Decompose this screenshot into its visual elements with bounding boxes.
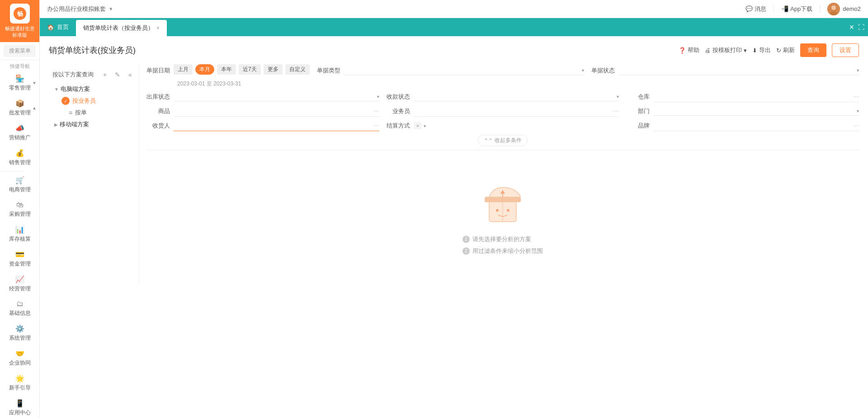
tree-mobile-label: 移动端方案 <box>60 120 89 128</box>
goods-input[interactable] <box>174 106 379 117</box>
sidebar-nav-link[interactable]: 快捷导航 <box>6 60 33 71</box>
date-btn-last-month[interactable]: 上月 <box>174 64 193 75</box>
header-divider1 <box>774 5 774 13</box>
sidebar-item-finance[interactable]: 💳 资金管理 <box>0 247 39 271</box>
expand-icon2: ▲ <box>32 105 37 110</box>
doc-type-control: ▾ <box>344 66 585 75</box>
sidebar-item-ecommerce[interactable]: 🛒 电商管理 <box>0 172 39 197</box>
sidebar-item-basic[interactable]: 🗂 基础信息 <box>0 296 39 321</box>
date-btn-this-year[interactable]: 本年 <box>217 64 236 75</box>
dept-select[interactable]: ▾ <box>653 107 859 116</box>
page-title: 销货单统计表(按业务员) <box>49 45 136 56</box>
brand-dots[interactable]: ··· <box>853 122 859 130</box>
receiver-dots[interactable]: ··· <box>373 122 379 130</box>
salesperson-dots[interactable]: ··· <box>613 107 619 115</box>
add-scheme-icon[interactable]: + <box>100 70 110 80</box>
goods-dots[interactable]: ··· <box>373 107 379 115</box>
message-action[interactable]: 💬 消息 <box>745 5 766 13</box>
app-download-action[interactable]: 📲 App下载 <box>781 5 812 13</box>
date-btn-7days[interactable]: 近7天 <box>239 64 261 75</box>
warehouse-input[interactable] <box>653 91 859 102</box>
sidebar-item-cooperation[interactable]: 🤝 企业协同 <box>0 346 39 370</box>
query-button[interactable]: 查询 <box>800 43 826 57</box>
step2-label: 用过滤条件来缩小分析范围 <box>472 245 543 257</box>
date-filter: 单据日期 上月 本月 本年 近7天 更多 自定义 <box>146 64 310 76</box>
sidebar-item-purchase[interactable]: 🛍 采购管理 <box>0 197 39 222</box>
collapse-panel-icon[interactable]: « <box>125 70 135 80</box>
salesperson-input[interactable] <box>414 106 619 117</box>
tree-child-salesperson[interactable]: ✓ 按业务员 <box>49 95 139 107</box>
settlement-arrow: ▾ <box>424 124 426 128</box>
collapse-icon: ⌃⌃ <box>484 138 493 144</box>
goods-label: 商品 <box>146 107 170 115</box>
brand-input[interactable] <box>653 120 859 131</box>
sidebar-item-system[interactable]: ⚙️ 系统管理 <box>0 321 39 346</box>
payment-status-filter: 收款状态 ▾ <box>387 92 619 101</box>
tree-child-label: 按业务员 <box>72 97 96 105</box>
sidebar-item-wholesale[interactable]: 📦 批发管理 ▲ <box>0 95 39 120</box>
user-area[interactable]: demo2 <box>827 3 861 15</box>
settlement-filter: 结算方式 × ▾ <box>387 122 619 130</box>
settlement-control: × ▾ <box>414 122 619 129</box>
settlement-tag-x[interactable]: × <box>416 123 419 128</box>
date-btn-custom[interactable]: 自定义 <box>285 64 310 75</box>
settings-button[interactable]: 设置 <box>832 43 859 57</box>
header-dropdown-icon[interactable]: ▾ <box>109 5 113 12</box>
stock-status-filter: 出库状态 ▾ <box>146 92 379 101</box>
tree-mobile[interactable]: ▶ 移动端方案 <box>49 119 139 130</box>
sidebar-item-marketing[interactable]: 📣 营销推广 <box>0 120 39 145</box>
wholesale-icon: 📦 <box>15 99 24 108</box>
sidebar-item-newbie[interactable]: 🌟 新手引导 <box>0 370 39 395</box>
payment-status-select[interactable]: ▾ <box>414 92 619 101</box>
doc-status-select[interactable]: ▾ <box>618 66 859 75</box>
export-label: 导出 <box>759 46 771 54</box>
message-icon: 💬 <box>745 5 753 12</box>
tab-home[interactable]: 🏠 首页 <box>40 18 76 36</box>
edit-scheme-icon[interactable]: ✎ <box>113 70 123 80</box>
template-print-button[interactable]: 🖨 按模板打印 ▾ <box>705 46 747 54</box>
empty-text: 1 请先选择要分析的方案 2 用过滤条件来缩小分析范围 <box>462 233 543 257</box>
tree-desktop[interactable]: ▼ 电脑端方案 <box>49 83 139 95</box>
tab-close-icon[interactable]: × <box>156 25 160 31</box>
warehouse-dots[interactable]: ··· <box>853 93 859 101</box>
doc-type-select[interactable]: ▾ <box>344 66 585 75</box>
tab-bar-actions: ✕ ⛶ <box>849 24 868 31</box>
tab-close-window-icon[interactable]: ✕ <box>849 24 854 31</box>
warehouse-label: 仓库 <box>626 93 650 101</box>
refresh-button[interactable]: ↻ 刷新 <box>776 46 795 54</box>
sidebar-item-retail[interactable]: 🏪 零售管理 ▼ <box>0 71 39 95</box>
tab-active[interactable]: 销货单统计表（按业务员） × <box>76 20 167 36</box>
sidebar-item-operation[interactable]: 📈 经营管理 <box>0 271 39 296</box>
receiver-filter: 收货人 ··· <box>146 120 379 131</box>
basic-icon: 🗂 <box>16 300 24 308</box>
tree-grandchild-order[interactable]: ≡ 按单 <box>49 107 139 119</box>
operation-icon: 📈 <box>15 275 24 284</box>
sidebar-item-inventory[interactable]: 📊 库存核算 <box>0 222 39 247</box>
search-menu-button[interactable]: 搜索菜单 <box>4 45 36 57</box>
app-logo[interactable]: 畅 畅捷通好生意标准版 <box>0 0 39 42</box>
filter-row-4: 收货人 ··· 结算方式 × <box>146 120 859 131</box>
date-btn-this-month[interactable]: 本月 <box>195 64 214 75</box>
ecommerce-icon: 🛒 <box>15 176 24 185</box>
top-header: 办公用品行业模拟账套 ▾ 💬 消息 📲 App下载 demo2 <box>40 0 868 18</box>
goods-filter: 商品 ··· <box>146 106 379 117</box>
sidebar-item-apps[interactable]: 📱 应用中心 <box>0 395 39 418</box>
header-divider2 <box>820 5 820 13</box>
brand-label: 品牌 <box>626 122 650 130</box>
salesperson-filter: 业务员 ··· <box>387 106 619 117</box>
receiver-input[interactable] <box>174 120 379 131</box>
stock-status-select[interactable]: ▾ <box>174 92 379 101</box>
message-label: 消息 <box>755 5 766 13</box>
help-button[interactable]: ❓ 帮助 <box>679 46 699 54</box>
page-title-row: 销货单统计表(按业务员) ❓ 帮助 🖨 按模板打印 ▾ ⬇ 导出 <box>49 43 859 57</box>
sidebar-item-sales[interactable]: 💰 销售管理 <box>0 145 39 170</box>
header-title: 办公用品行业模拟账套 <box>47 5 106 13</box>
date-btn-more[interactable]: 更多 <box>264 64 283 75</box>
doc-type-arrow: ▾ <box>582 68 584 73</box>
newbie-icon: 🌟 <box>15 374 24 383</box>
collapse-button[interactable]: ⌃⌃ 收起多条件 <box>478 135 528 146</box>
tab-maximize-icon[interactable]: ⛶ <box>858 24 864 31</box>
tree-child-icon: ✓ <box>61 97 70 105</box>
export-button[interactable]: ⬇ 导出 <box>752 46 771 54</box>
refresh-label: 刷新 <box>783 46 795 54</box>
